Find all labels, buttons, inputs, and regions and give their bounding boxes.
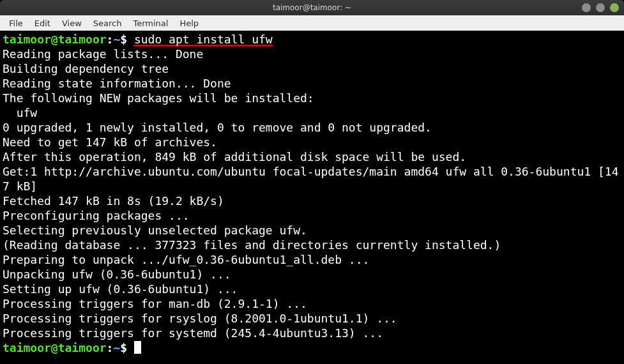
maximize-button[interactable] xyxy=(596,3,605,12)
menu-search[interactable]: Search xyxy=(88,17,127,29)
minimize-button[interactable] xyxy=(582,3,591,12)
output-line: Selecting previously unselected package … xyxy=(3,223,621,238)
output-line: Processing triggers for man-db (2.9.1-1)… xyxy=(3,296,621,311)
prompt-user-host: taimoor@taimoor xyxy=(3,341,107,354)
output-line: (Reading database ... 377323 files and d… xyxy=(3,238,621,252)
terminal-output: Reading package lists... DoneBuilding de… xyxy=(3,47,621,340)
window-title: taimoor@taimoor: ~ xyxy=(0,3,624,12)
prompt-line: taimoor@taimoor:~$ sudo apt install ufw xyxy=(3,32,621,47)
close-button[interactable] xyxy=(610,3,619,12)
output-line: Reading package lists... Done xyxy=(3,47,621,61)
output-line: Need to get 147 kB of archives. xyxy=(3,135,621,149)
prompt-path: ~ xyxy=(113,33,120,46)
command-text: sudo apt install ufw xyxy=(134,33,273,46)
output-line: Preparing to unpack .../ufw_0.36-6ubuntu… xyxy=(3,252,621,267)
output-line: After this operation, 849 kB of addition… xyxy=(3,149,621,164)
menu-help[interactable]: Help xyxy=(174,17,204,29)
menu-terminal[interactable]: Terminal xyxy=(128,17,173,29)
titlebar[interactable]: taimoor@taimoor: ~ xyxy=(0,0,624,15)
menu-view[interactable]: View xyxy=(57,17,87,29)
output-line: Reading state information... Done xyxy=(3,76,621,91)
prompt-user-host: taimoor@taimoor xyxy=(3,33,107,46)
output-line: Building dependency tree xyxy=(3,61,621,76)
output-line: Processing triggers for rsyslog (8.2001.… xyxy=(3,311,621,326)
prompt-path: ~ xyxy=(113,341,120,354)
output-line: Unpacking ufw (0.36-6ubuntu1) ... xyxy=(3,267,621,282)
prompt-symbol: $ xyxy=(120,33,127,46)
output-line: 0 upgraded, 1 newly installed, 0 to remo… xyxy=(3,120,621,135)
output-line: The following NEW packages will be insta… xyxy=(3,91,621,105)
menu-edit[interactable]: Edit xyxy=(29,17,56,29)
output-line: Setting up ufw (0.36-6ubuntu1) ... xyxy=(3,282,621,296)
text-cursor xyxy=(134,341,141,354)
prompt-symbol: $ xyxy=(120,341,127,354)
output-line: Processing triggers for systemd (245.4-4… xyxy=(3,326,621,340)
output-line: Preconfiguring packages ... xyxy=(3,208,621,223)
output-line: ufw xyxy=(3,105,621,120)
output-line: Fetched 147 kB in 8s (19.2 kB/s) xyxy=(3,193,621,208)
command-annotated: sudo apt install ufw xyxy=(134,33,273,46)
output-line: Get:1 http://archive.ubuntu.com/ubuntu f… xyxy=(3,164,621,193)
menubar: File Edit View Search Terminal Help xyxy=(0,15,624,31)
prompt-separator: : xyxy=(107,33,114,46)
menu-file[interactable]: File xyxy=(4,17,28,29)
prompt-line-2: taimoor@taimoor:~$ xyxy=(3,340,621,355)
window-controls xyxy=(582,3,624,12)
prompt-separator: : xyxy=(107,341,114,354)
terminal-window: taimoor@taimoor: ~ File Edit View Search… xyxy=(0,0,624,364)
terminal-area[interactable]: taimoor@taimoor:~$ sudo apt install ufwR… xyxy=(0,31,624,364)
